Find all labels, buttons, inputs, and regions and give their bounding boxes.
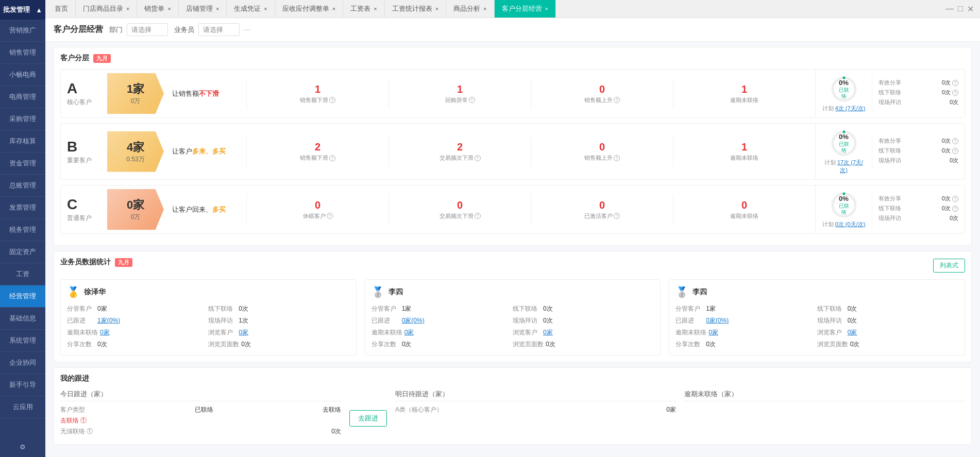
tab-店铺管理[interactable]: 店铺管理× xyxy=(179,0,227,18)
window-minimize-icon[interactable]: — xyxy=(945,4,954,13)
staff-section-header: 业务员数据统计 九月 列表式 xyxy=(60,258,965,273)
staff-stat-row: 分管客户 0家 xyxy=(67,304,208,313)
sidebar-item-企业协同[interactable]: 企业协同 xyxy=(0,352,45,374)
info-icon[interactable]: ? xyxy=(475,213,481,219)
tier-c-right-stats: 有效分享0次 ? 线下联络0次 ? 现场拜访0次 xyxy=(872,191,965,228)
tab-首页[interactable]: 首页 xyxy=(47,0,76,18)
tab-close-icon[interactable]: × xyxy=(167,6,171,12)
tab-close-icon[interactable]: × xyxy=(264,6,267,12)
plan-link-a[interactable]: 4次 (7天/次) xyxy=(835,105,866,111)
tab-销货单[interactable]: 销货单× xyxy=(137,0,178,18)
sidebar-item-发票管理[interactable]: 发票管理 xyxy=(0,197,45,219)
tab-工资表[interactable]: 工资表× xyxy=(343,0,384,18)
filter-more-icon[interactable]: ··· xyxy=(244,25,250,35)
window-close-icon[interactable]: ✕ xyxy=(967,4,974,14)
stat-a-2[interactable]: 1 回购异常 ? xyxy=(388,78,531,109)
tier-b-circle: 0% 已联络 计划 17次 (7天/次) xyxy=(815,124,872,179)
stat-b-1[interactable]: 2 销售额下滑 ? xyxy=(246,136,388,167)
sidebar-item-采购管理[interactable]: 采购管理 xyxy=(0,108,45,130)
tab-门店商品目录[interactable]: 门店商品目录× xyxy=(76,0,137,18)
sidebar-item-固定资产[interactable]: 固定资产 xyxy=(0,241,45,263)
tab-close-icon[interactable]: × xyxy=(483,6,486,12)
stat-c-4[interactable]: 0 逾期未联络 xyxy=(673,194,815,225)
tab-close-icon[interactable]: × xyxy=(126,6,129,12)
stat-c-3[interactable]: 0 已激活客户 ? xyxy=(531,194,673,225)
tier-b-right-stats: 有效分享0次 ? 线下联络0次 ? 现场拜访0次 xyxy=(872,133,965,171)
info-icon[interactable]: ? xyxy=(469,97,475,103)
tier-a-label: A 核心客户 xyxy=(61,72,107,115)
tab-close-icon[interactable]: × xyxy=(435,6,438,12)
sidebar-item-云应用[interactable]: 云应用 xyxy=(0,396,45,418)
info-icon[interactable]: ? xyxy=(475,155,481,161)
tab-close-icon[interactable]: × xyxy=(332,6,335,12)
staff-stat-row: 分享次数 0次 xyxy=(371,340,513,349)
staff-label: 业务员 xyxy=(174,25,194,35)
tier-c-count[interactable]: 0家 0万 xyxy=(107,189,164,230)
sidebar-item-销售管理[interactable]: 销售管理 xyxy=(0,42,45,64)
sidebar-item-库存核算[interactable]: 库存核算 xyxy=(0,130,45,153)
tier-b-count[interactable]: 4家 0.53万 xyxy=(107,131,164,172)
sidebar-item-税务管理[interactable]: 税务管理 xyxy=(0,219,45,241)
window-restore-icon[interactable]: □ xyxy=(958,4,963,13)
page-content: 客户分层经营 部门 请选择 业务员 请选择 ··· 客户分层 九月 xyxy=(45,18,980,457)
staff-select[interactable]: 请选择 xyxy=(198,23,240,36)
tier-c-stats: 0 休眠客户 ? 0 交易频次下滑 ? 0 已激活客户 ? 0 逾期未联络 xyxy=(246,194,815,225)
staff-stat-row: 分管客户 1家 xyxy=(675,304,817,313)
sidebar-item-营销推广[interactable]: 营销推广 xyxy=(0,20,45,42)
dept-select[interactable]: 请选择 xyxy=(127,23,168,36)
follow-row: 无须联络 ① 0次 xyxy=(60,427,341,436)
sidebar-item-小畅电商[interactable]: 小畅电商 xyxy=(0,64,45,86)
stat-b-4[interactable]: 1 逾期未联络 xyxy=(673,136,815,167)
sidebar-collapse-icon[interactable]: ▲ xyxy=(36,6,42,14)
stat-a-3[interactable]: 0 销售额上升 ? xyxy=(531,78,673,109)
follow-tomorrow-col: 明日待跟进（家） A类（核心客户） 0家 xyxy=(395,390,676,416)
list-view-button[interactable]: 列表式 xyxy=(933,259,965,273)
tab-商品分析[interactable]: 商品分析× xyxy=(446,0,494,18)
tier-a-count[interactable]: 1家 0万 xyxy=(107,73,164,114)
dept-label: 部门 xyxy=(109,25,123,35)
stat-b-3[interactable]: 0 销售额上升 ? xyxy=(531,136,673,167)
follow-section: 我的跟进 今日跟进（家） 客户类型 已联络 去联络 去联络 ① 无须联络 ① xyxy=(54,367,972,445)
tab-close-icon[interactable]: × xyxy=(374,6,377,12)
sidebar-item-资金管理[interactable]: 资金管理 xyxy=(0,153,45,175)
sidebar-settings[interactable]: ⚙ xyxy=(0,437,45,457)
staff-section-title: 业务员数据统计 九月 xyxy=(60,258,132,267)
plan-link-c[interactable]: 0次 (0天/次) xyxy=(835,221,866,227)
staff-stat-row: 线下联络 0次 xyxy=(513,304,654,313)
staff-stat-row: 现场拜访 0次 xyxy=(817,316,958,325)
sidebar-item-电商管理[interactable]: 电商管理 xyxy=(0,86,45,108)
staff-header-3: 🥈 李四 xyxy=(675,286,958,298)
staff-name-3: 李四 xyxy=(692,287,707,297)
sidebar-item-基础信息[interactable]: 基础信息 xyxy=(0,308,45,330)
sidebar-top[interactable]: 批发管理 ▲ xyxy=(0,0,45,20)
tier-a-slogan: 让销售额不下滑 xyxy=(164,85,246,103)
tab-工资统计报表[interactable]: 工资统计报表× xyxy=(385,0,446,18)
info-icon[interactable]: ? xyxy=(614,155,620,161)
info-icon[interactable]: ? xyxy=(614,97,620,103)
plan-link-b[interactable]: 17次 (7天/次) xyxy=(837,159,863,173)
staff-stat-row: 分享次数 0次 xyxy=(675,340,817,349)
sidebar-item-新手引导[interactable]: 新手引导 xyxy=(0,374,45,396)
tab-close-icon[interactable]: × xyxy=(216,6,219,12)
info-icon[interactable]: ? xyxy=(614,213,620,219)
tab-生成凭证[interactable]: 生成凭证× xyxy=(227,0,275,18)
tab-应收应付调整单[interactable]: 应收应付调整单× xyxy=(275,0,343,18)
customer-section: 客户分层 九月 A 核心客户 1家 0万 让销售额不下滑 1 销售额下滑 ? xyxy=(54,47,972,246)
sidebar-item-系统管理[interactable]: 系统管理 xyxy=(0,330,45,352)
info-icon[interactable]: ? xyxy=(329,97,335,103)
tab-客户分层经营[interactable]: 客户分层经营× xyxy=(495,0,556,18)
stat-c-1[interactable]: 0 休眠客户 ? xyxy=(246,194,388,225)
sidebar-item-经营管理[interactable]: 经营管理 xyxy=(0,285,45,308)
sidebar-item-总账管理[interactable]: 总账管理 xyxy=(0,175,45,197)
sidebar-item-工资[interactable]: 工资 xyxy=(0,263,45,285)
tab-close-icon[interactable]: × xyxy=(545,6,548,12)
stat-c-2[interactable]: 0 交易频次下滑 ? xyxy=(388,194,531,225)
stat-a-1[interactable]: 1 销售额下滑 ? xyxy=(246,78,388,109)
stat-b-2[interactable]: 2 交易频次下滑 ? xyxy=(388,136,531,167)
stat-a-4[interactable]: 1 逾期未联络 xyxy=(673,78,815,109)
info-icon[interactable]: ? xyxy=(329,155,335,161)
goto-followup-button[interactable]: 去跟进 xyxy=(349,410,387,427)
info-icon[interactable]: ? xyxy=(327,213,333,219)
staff-header-2: 🥈 李四 xyxy=(371,286,654,298)
staff-stat-row: 浏览客户 0家 xyxy=(817,328,958,337)
